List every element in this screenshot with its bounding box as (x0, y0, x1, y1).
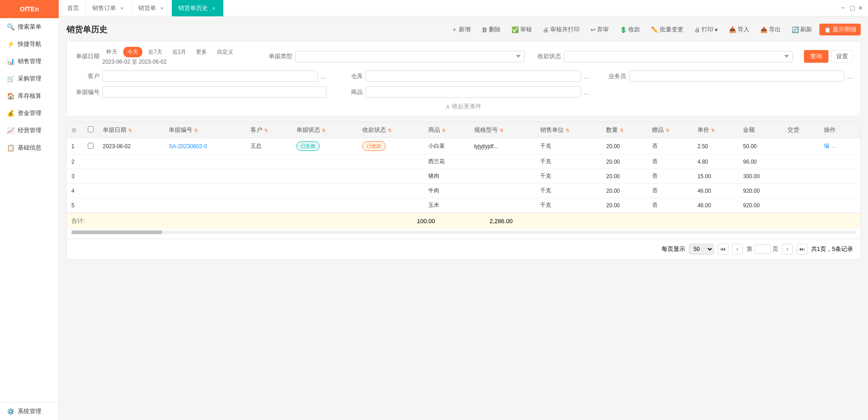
tab-sales-history-close[interactable]: × (211, 5, 217, 11)
tab-home[interactable]: 首页 (61, 0, 86, 16)
last-page-button[interactable]: ⏭ (797, 244, 808, 255)
abandon-button[interactable]: ↩ 弃审 (587, 24, 612, 35)
scroll-thumb[interactable] (71, 230, 162, 234)
sort-doc-date-icon[interactable]: ⇅ (128, 128, 132, 133)
warehouse-dots[interactable]: ... (584, 72, 590, 80)
settings-button[interactable]: 设置 (831, 50, 853, 63)
show-detail-button[interactable]: 📋 显示明细 (819, 24, 861, 35)
goods-dots[interactable]: ... (584, 88, 590, 96)
collect-button[interactable]: 💲 收款 (616, 24, 644, 35)
table-header-row: ⚙ 单据日期⇅ 单据编号⇅ 客户⇅ 单据状态⇅ 收款状态⇅ 商品⇅ 规格型号⇅ … (67, 122, 860, 138)
scrollbar-area (67, 230, 860, 239)
export-button[interactable]: 📤 导出 (757, 24, 784, 35)
maximize-icon[interactable]: □ (850, 4, 855, 12)
edit-action[interactable]: 编 (824, 143, 829, 149)
show-detail-icon: 📋 (824, 26, 831, 33)
page-size-select[interactable]: 50 100 200 (689, 244, 714, 255)
new-label: 新增 (459, 25, 471, 34)
print-button[interactable]: 🖨 打印 ▾ (691, 24, 722, 35)
sort-doc-status-icon[interactable]: ⇅ (322, 128, 326, 133)
pill-more[interactable]: 更多 (192, 47, 211, 57)
more-action[interactable]: … (831, 143, 837, 149)
tab-sales-history[interactable]: 销货单历史 × (172, 0, 224, 16)
horizontal-scrollbar[interactable] (71, 230, 856, 234)
select-all-checkbox[interactable] (88, 126, 94, 132)
doc-no-input[interactable] (102, 86, 326, 98)
sidebar-item-sales[interactable]: 📊 销售管理 (0, 53, 59, 70)
doc-no-label: 单据编号 (74, 88, 100, 96)
cell-row-num: 2 (67, 155, 83, 169)
doc-type-select[interactable] (295, 51, 525, 62)
pay-status-select[interactable] (564, 51, 793, 62)
cell-pay-status (358, 184, 424, 198)
th-action: 操作 (819, 122, 860, 138)
tab-home-label: 首页 (67, 4, 79, 12)
filter-row-2: 客户 ... 仓库 ... 业务员 ... (74, 70, 853, 82)
sidebar-item-inventory[interactable]: 🏠 库存核算 (0, 87, 59, 105)
filter-doc-no: 单据编号 (74, 86, 326, 98)
audit-button[interactable]: ✅ 审核 (508, 24, 536, 35)
row-checkbox[interactable] (88, 143, 94, 149)
customer-dots[interactable]: ... (321, 72, 326, 80)
tab-sales-order[interactable]: 销售订单 × (86, 0, 132, 16)
batch-change-button[interactable]: ✏️ 批量变更 (647, 24, 687, 35)
sort-gift-icon[interactable]: ⇅ (666, 128, 669, 133)
filter-salesperson: 业务员 ... (601, 70, 853, 82)
pill-today[interactable]: 今天 (123, 47, 142, 57)
sidebar-item-basic-info[interactable]: 📋 基础信息 (0, 139, 59, 156)
sort-goods-icon[interactable]: ⇅ (442, 128, 446, 133)
pill-1month[interactable]: 近1月 (168, 47, 191, 57)
salesperson-input[interactable] (629, 70, 844, 82)
audit-print-button[interactable]: 🖨 审核并打印 (539, 24, 583, 35)
pill-yesterday[interactable]: 昨天 (102, 47, 121, 57)
pill-7days[interactable]: 近7天 (144, 47, 166, 57)
sidebar-item-quick-nav[interactable]: ⚡ 快捷导航 (0, 35, 59, 53)
import-button[interactable]: 📥 导入 (725, 24, 753, 35)
pill-custom[interactable]: 自定义 (213, 47, 237, 57)
first-page-button[interactable]: ⏮ (717, 244, 728, 255)
sidebar-item-sys[interactable]: ⚙️ 系统管理 (0, 403, 59, 420)
sort-qty-icon[interactable]: ⇅ (620, 128, 623, 133)
cell-amount: 920.00 (738, 198, 783, 213)
doc-no-link[interactable]: SA-20230602-0 (169, 143, 207, 150)
sidebar-item-operations[interactable]: 📈 经营管理 (0, 122, 59, 139)
sort-price-icon[interactable]: ⇅ (711, 128, 715, 133)
cell-row-num: 5 (67, 198, 83, 213)
goods-input[interactable] (366, 86, 581, 98)
tab-bar: 首页 销售订单 × 销货单 × 销货单历史 × － □ × (59, 0, 868, 16)
tab-sales-order-close[interactable]: × (119, 5, 125, 11)
sidebar-item-search-menu[interactable]: 🔍 搜索菜单 (0, 18, 59, 35)
close-icon[interactable]: × (858, 4, 863, 12)
th-qty-label: 数量 (606, 126, 618, 134)
cell-customer (246, 184, 291, 198)
query-button[interactable]: 查询 (804, 50, 828, 63)
warehouse-input[interactable] (366, 70, 581, 82)
sort-pay-status-icon[interactable]: ⇅ (388, 128, 391, 133)
refresh-button[interactable]: 🔄 刷新 (788, 24, 816, 35)
next-page-button[interactable]: › (782, 244, 793, 255)
minimize-icon[interactable]: － (839, 3, 847, 13)
pay-status-badge: 已收款 (362, 141, 386, 151)
th-amount: 金额 (738, 122, 783, 138)
customer-input[interactable] (102, 70, 318, 82)
cell-doc-status (292, 155, 358, 169)
tab-sales-delivery-close[interactable]: × (159, 5, 165, 11)
collapse-button[interactable]: ∧ 收起更条件 (446, 102, 482, 110)
cell-gift: 否 (647, 198, 693, 213)
prev-page-button[interactable]: ‹ (732, 244, 743, 255)
salesperson-dots[interactable]: ... (847, 72, 853, 80)
table-row: 2西兰花千克20.00否4.8096.00 (67, 155, 860, 169)
sort-spec-icon[interactable]: ⇅ (500, 128, 503, 133)
page-number-input[interactable]: 1 (754, 245, 771, 254)
page-label: 第 (747, 245, 753, 253)
tab-sales-delivery[interactable]: 销货单 × (132, 0, 172, 16)
sort-unit-icon[interactable]: ⇅ (566, 128, 569, 133)
settings-gear-icon[interactable]: ⚙ (71, 127, 77, 134)
sort-customer-icon[interactable]: ⇅ (264, 128, 268, 133)
sidebar-item-purchase[interactable]: 🛒 采购管理 (0, 70, 59, 87)
delete-button[interactable]: 🗑 删除 (478, 24, 504, 35)
sort-doc-no-icon[interactable]: ⇅ (194, 128, 198, 133)
sidebar-item-finance[interactable]: 💰 资金管理 (0, 105, 59, 122)
new-button[interactable]: ＋ 新增 (448, 24, 474, 35)
cell-action (819, 198, 860, 213)
